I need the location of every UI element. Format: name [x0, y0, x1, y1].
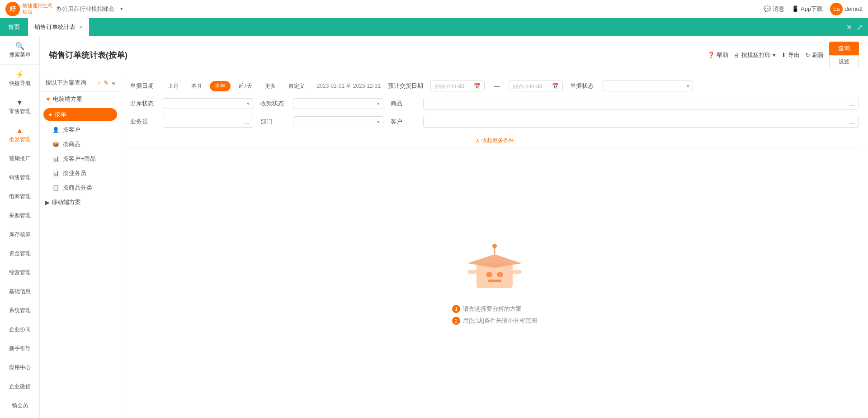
calendar-icon-end: 📅: [552, 83, 559, 89]
panel-add-icon[interactable]: +: [97, 79, 101, 86]
tree-item-by-customer[interactable]: 👤 按客户: [40, 123, 121, 137]
main-layout: 🔍 搜索菜单 ⚡ 快捷导航 ▼ 零售管理 ▲ 批发管理 营销推广 销售管理 电商…: [0, 36, 868, 418]
settings-button[interactable]: 设置: [829, 55, 859, 68]
topbar: 好 畅捷通好生意 标版 办公用品行业模拟账套 ▾ 💬 消息 📱 App下载 Ea…: [0, 0, 868, 18]
sidebar-item-system[interactable]: 系统管理: [0, 301, 39, 320]
sidebar-item-enterprise[interactable]: 企业协同: [0, 320, 39, 339]
tree-item-by-order[interactable]: ● 按单: [43, 108, 117, 121]
sidebar-item-app-center[interactable]: 应用中心: [0, 358, 39, 377]
salesman-ellipsis-icon[interactable]: ...: [244, 118, 249, 125]
sidebar-item-inventory[interactable]: 库存核算: [0, 225, 39, 244]
pill-last-month[interactable]: 上月: [163, 81, 184, 91]
print-btn[interactable]: 🖨 按模板打印 ▾: [734, 51, 776, 59]
hint-num-2: 2: [452, 317, 460, 325]
expected-date-label: 预计交货日期: [388, 82, 423, 90]
ship-status-label: 出库状态: [130, 100, 156, 108]
export-btn[interactable]: ⬇ 导出: [781, 51, 800, 59]
refresh-btn[interactable]: ↻ 刷新: [805, 51, 824, 59]
goods-ellipsis-icon[interactable]: ...: [849, 100, 855, 107]
pill-more[interactable]: 更多: [260, 81, 281, 91]
pill-this-year[interactable]: 本年: [210, 81, 231, 91]
tree-item-by-cust-prod[interactable]: 📊 按客户+商品: [40, 152, 121, 166]
tab-active[interactable]: 销售订单统计表 ×: [28, 18, 89, 36]
tree-item-by-category[interactable]: 📋 按商品分类: [40, 180, 121, 195]
date-end-input[interactable]: yyyy-mm-dd 📅: [509, 81, 563, 91]
panel-edit-icon[interactable]: ✎: [104, 79, 109, 86]
tree-section-pc[interactable]: ▼ 电脑端方案: [40, 92, 121, 106]
payment-status-label: 收款状态: [260, 100, 286, 108]
tree-section-mobile[interactable]: ▶ 移动端方案: [40, 195, 121, 209]
sidebar-item-search-menu[interactable]: 🔍 搜索菜单: [0, 36, 39, 65]
by-category-icon: 📋: [52, 185, 59, 191]
salesman-input[interactable]: ...: [163, 116, 253, 128]
sidebar-item-finance[interactable]: 资金管理: [0, 244, 39, 263]
by-customer-icon: 👤: [52, 127, 59, 133]
sidebar-item-ecommerce[interactable]: 电商管理: [0, 187, 39, 206]
tree-mobile-expand-icon: ▶: [45, 199, 50, 206]
ship-status-select-wrapper: [163, 98, 253, 109]
sidebar-item-member[interactable]: 畅会员: [0, 396, 39, 415]
svg-rect-5: [488, 280, 501, 282]
left-panel-header: 按以下方案查询 + ✎ «: [40, 74, 121, 92]
payment-status-select[interactable]: [293, 98, 383, 109]
user-area[interactable]: Ea demo2: [830, 3, 863, 15]
sidebar-item-operations[interactable]: 经营管理: [0, 263, 39, 282]
panel-collapse-icon[interactable]: «: [112, 79, 115, 86]
sidebar: 🔍 搜索菜单 ⚡ 快捷导航 ▼ 零售管理 ▲ 批发管理 营销推广 销售管理 电商…: [0, 36, 40, 418]
sidebar-item-purchase-mgmt[interactable]: 采购管理: [0, 206, 39, 225]
window-max-btn[interactable]: ⤢: [857, 23, 863, 32]
dept-label: 部门: [260, 118, 286, 126]
query-button[interactable]: 查询: [829, 42, 859, 55]
svg-rect-9: [512, 270, 522, 274]
goods-input[interactable]: ...: [423, 98, 859, 109]
tab-home[interactable]: 首页: [0, 18, 28, 36]
export-icon: ⬇: [781, 52, 786, 58]
svg-rect-3: [486, 272, 492, 277]
collapse-more-btn[interactable]: ∧ 收起更多条件: [130, 134, 859, 147]
filter-row-1: 单据日期 上月 本月 本年 近7天 更多 自定义 2023-01-01 至 20…: [130, 81, 859, 91]
date-pills: 上月 本月 本年 近7天 更多 自定义: [163, 81, 310, 91]
sidebar-item-wechat[interactable]: 企业微信: [0, 377, 39, 396]
calendar-icon-start: 📅: [474, 83, 481, 89]
sidebar-item-marketing[interactable]: 营销推广: [0, 149, 39, 168]
page-header: 销售订单统计表(按单) ❓ 帮助 🖨 按模板打印 ▾ ⬇ 导出 ↻ 刷新: [40, 36, 868, 74]
tree-item-by-salesman[interactable]: 📊 按业务员: [40, 166, 121, 180]
doc-status-select[interactable]: [603, 81, 693, 91]
tree-item-by-product[interactable]: 📦 按商品: [40, 137, 121, 152]
by-product-icon: 📦: [52, 141, 59, 147]
search-icon: 🔍: [0, 42, 39, 50]
svg-rect-8: [467, 270, 477, 274]
sidebar-item-basic-info[interactable]: 基础信息: [0, 282, 39, 301]
sidebar-item-newcomer[interactable]: 新手引导: [0, 339, 39, 358]
message-icon: 💬: [764, 5, 771, 12]
svg-point-7: [492, 244, 497, 248]
tabbar: 首页 销售订单统计表 × ✕ ⤢: [0, 18, 868, 36]
dept-select[interactable]: [293, 116, 383, 127]
action-btns: 查询 设置: [829, 42, 859, 68]
tab-close-btn[interactable]: ×: [79, 24, 83, 31]
app-title: 办公用品行业模拟账套: [56, 5, 115, 13]
customer-ellipsis-icon[interactable]: ...: [849, 118, 855, 125]
sidebar-item-sales-mgmt[interactable]: 销售管理: [0, 168, 39, 187]
date-range-text: 2023-01-01 至 2023-12-31: [317, 82, 381, 90]
app-download-btn[interactable]: 📱 App下载: [792, 5, 823, 13]
refresh-icon: ↻: [805, 52, 810, 58]
customer-input[interactable]: ...: [423, 116, 859, 128]
svg-marker-1: [467, 254, 522, 268]
title-dropdown-icon[interactable]: ▾: [120, 6, 123, 12]
main-right: 单据日期 上月 本月 本年 近7天 更多 自定义 2023-01-01 至 20…: [121, 74, 868, 418]
help-btn[interactable]: ❓ 帮助: [708, 51, 728, 59]
window-close-btn[interactable]: ✕: [846, 23, 852, 32]
date-end-placeholder: yyyy-mm-dd: [513, 83, 542, 89]
sidebar-item-quick-nav[interactable]: ⚡ 快捷导航: [0, 65, 39, 93]
ship-status-select[interactable]: [163, 98, 253, 109]
sidebar-item-wholesale-mgmt[interactable]: ▲ 批发管理: [0, 121, 39, 149]
pill-last-7days[interactable]: 近7天: [233, 81, 257, 91]
date-start-input[interactable]: yyyy-mm-dd 📅: [430, 81, 485, 91]
print-dropdown-icon: ▾: [773, 52, 776, 58]
pill-custom[interactable]: 自定义: [283, 81, 310, 91]
sidebar-item-retail-mgmt[interactable]: ▼ 零售管理: [0, 93, 39, 121]
empty-illustration: [463, 241, 526, 295]
message-btn[interactable]: 💬 消息: [764, 5, 784, 13]
pill-this-month[interactable]: 本月: [186, 81, 207, 91]
